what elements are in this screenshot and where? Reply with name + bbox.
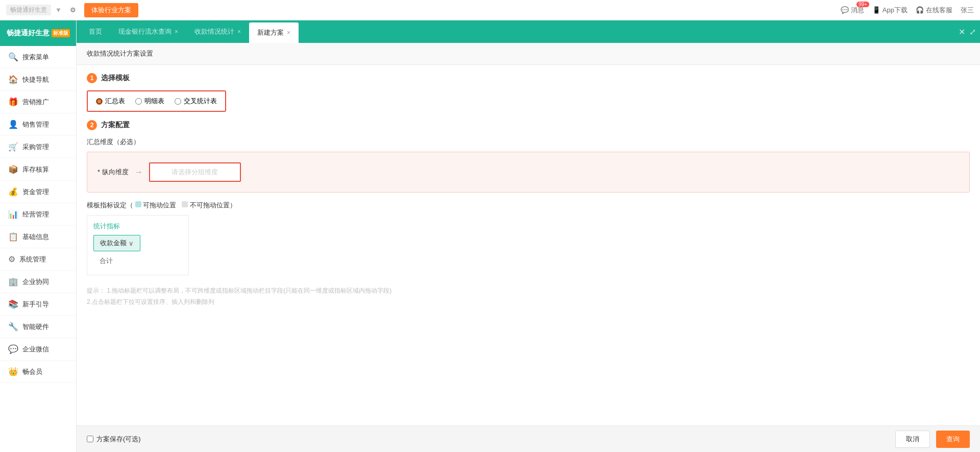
sidebar-item-finance[interactable]: 💰 资金管理 [0,181,76,203]
logo-text: 畅捷通好生意 [7,29,50,38]
sidebar-item-label: 快捷导航 [22,75,49,84]
step1-title: 选择模板 [101,74,130,83]
service-icon: 🎧 [916,6,924,14]
radio-cross[interactable]: 交叉统计表 [175,97,217,106]
sidebar-item-enterprise[interactable]: 🏢 企业协同 [0,271,76,293]
save-checkbox[interactable]: 方案保存(可选) [87,435,141,444]
metric-tag[interactable]: 收款金额 ∨ [93,235,140,251]
sidebar-item-operation[interactable]: 📊 经营管理 [0,203,76,226]
message-badge: 99+ [856,2,869,7]
sidebar-item-label: 智能硬件 [22,322,49,331]
message-btn[interactable]: 💬 消息 99+ [841,6,864,15]
logo-subtitle: 标准版 [52,29,70,37]
sidebar-item-smart-hw[interactable]: 🔧 智能硬件 [0,316,76,338]
tab-new-plan-close[interactable]: × [287,29,290,36]
stat-label: 统计指标 [93,222,182,231]
cancel-button[interactable]: 取消 [895,431,930,448]
title-dropdown[interactable]: ▼ [55,6,62,14]
radio-detail[interactable]: 明细表 [135,97,164,106]
sidebar-item-sales[interactable]: 👤 销售管理 [0,113,76,136]
radio-detail-label: 明细表 [144,97,164,106]
bottom-actions: 取消 查询 [895,431,970,448]
radio-summary-label: 汇总表 [105,97,125,106]
sales-icon: 👤 [8,120,18,129]
operation-icon: 📊 [8,209,18,219]
finance-icon: 💰 [8,187,18,197]
user-label: 张三 [961,6,974,15]
service-btn[interactable]: 🎧 在线客服 [916,6,952,15]
tab-collection-stat-close[interactable]: × [237,28,241,35]
marketing-icon: 🎁 [8,97,18,107]
save-checkbox-label: 方案保存(可选) [96,435,141,444]
step1-section: 1 选择模板 汇总表 明细表 交叉统计表 [77,65,980,120]
tab-home-label: 首页 [89,27,102,36]
sidebar-item-marketing[interactable]: 🎁 营销推广 [0,91,76,113]
fixed-label: 不可拖动位置） [190,201,236,209]
sidebar-item-wechat[interactable]: 💬 企业微信 [0,338,76,361]
sidebar-item-label: 新手引导 [22,300,49,309]
user-name[interactable]: 张三 [961,6,974,15]
sidebar-item-purchase[interactable]: 🛒 采购管理 [0,136,76,158]
hint-2: 2.点击标题栏下拉可设置排序、插入列和删除列 [87,297,970,308]
tab-collection-stat[interactable]: 收款情况统计 × [186,20,249,43]
tab-bar-actions: ✕ ⤢ [959,27,976,37]
sidebar-item-label: 基础信息 [22,232,49,242]
radio-cross-input[interactable] [175,98,181,105]
sidebar-item-basic-info[interactable]: 📋 基础信息 [0,226,76,248]
page-content: 收款情况统计方案设置 1 选择模板 汇总表 明细表 [77,43,980,425]
page-header: 收款情况统计方案设置 [77,43,980,65]
sidebar-logo: 畅捷通好生意 标准版 [0,20,76,46]
movable-label: 可拖动位置 [143,201,176,209]
tab-collection-stat-label: 收款情况统计 [194,27,234,36]
metric-dropdown-icon[interactable]: ∨ [129,240,134,247]
settings-icon[interactable]: ⚙ [66,3,80,17]
search-menu-icon: 🔍 [8,52,18,62]
sidebar-item-label: 库存核算 [22,165,49,174]
tab-bank-flow[interactable]: 现金银行流水查询 × [110,20,186,43]
tab-bank-flow-close[interactable]: × [175,28,178,35]
tab-close-all-btn[interactable]: ✕ [959,27,965,37]
radio-summary[interactable]: 汇总表 [96,97,125,106]
vertical-label: * 纵向维度 [97,168,129,177]
smart-hw-icon: 🔧 [8,322,18,331]
summary-dim-label: 汇总维度（必选） [87,137,970,147]
tab-maximize-btn[interactable]: ⤢ [969,27,976,37]
top-bar-right: 💬 消息 99+ 📱 App下载 🎧 在线客服 张三 [841,6,974,15]
message-icon: 💬 [841,6,849,14]
tab-new-plan[interactable]: 新建方案 × [249,22,299,43]
download-icon: 📱 [872,6,880,14]
sidebar-item-system[interactable]: ⚙ 系统管理 [0,248,76,271]
sidebar-item-member[interactable]: 👑 畅会员 [0,361,76,383]
system-icon: ⚙ [8,254,15,264]
sidebar-item-inventory[interactable]: 📦 库存核算 [0,158,76,181]
metric-sum: 合计 [93,253,182,269]
sidebar-item-quick-nav[interactable]: 🏠 快捷导航 [0,68,76,91]
trial-btn[interactable]: 体验行业方案 [84,3,138,17]
basic-info-icon: 📋 [8,232,18,242]
app-title: 畅捷通好生意 [6,5,51,15]
quick-nav-icon: 🏠 [8,75,18,84]
tab-home[interactable]: 首页 [81,20,110,43]
sidebar-item-guide[interactable]: 📚 新手引导 [0,293,76,316]
sidebar-item-label: 企业微信 [22,345,49,354]
guide-icon: 📚 [8,299,18,309]
dimension-select[interactable]: 请选择分组维度 [149,162,241,182]
purchase-icon: 🛒 [8,142,18,152]
step2-num: 2 [87,120,97,130]
step2-label: 2 方案配置 [87,120,970,130]
sidebar-item-label: 经营管理 [22,210,49,219]
sidebar-item-search-menu[interactable]: 🔍 搜索菜单 [0,46,76,68]
download-btn[interactable]: 📱 App下载 [872,6,908,15]
sidebar-item-label: 销售管理 [22,120,49,129]
radio-detail-input[interactable] [135,98,142,105]
metric-tag-label: 收款金额 [100,239,127,248]
query-button[interactable]: 查询 [936,431,970,448]
member-icon: 👑 [8,367,18,376]
radio-summary-input[interactable] [96,98,103,105]
wechat-icon: 💬 [8,344,18,354]
hint-box: 提示： 1.拖动标题栏可以调整布局，不可跨维度或指标区域拖动栏目字段(只能在同一… [87,286,970,307]
content-area: 首页 现金银行流水查询 × 收款情况统计 × 新建方案 × ✕ ⤢ 收 [77,20,980,452]
enterprise-icon: 🏢 [8,277,18,287]
top-bar-left: 畅捷通好生意 ▼ ⚙ 体验行业方案 [6,3,138,17]
save-checkbox-input[interactable] [87,436,93,442]
